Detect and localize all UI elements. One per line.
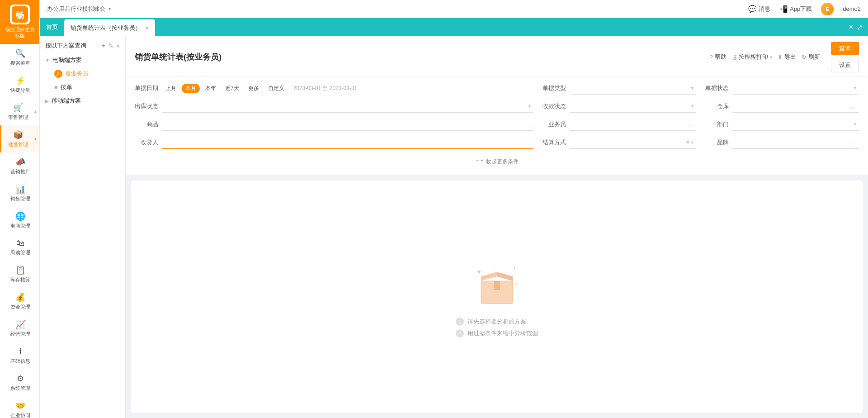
sidebar-item-finance[interactable]: 💰 资金管理 <box>0 288 39 315</box>
user-label[interactable]: demo2 <box>843 5 861 12</box>
sales-icon: 📊 <box>15 184 25 194</box>
logo-area[interactable]: 畅 畅捷通好生意 标版 <box>0 0 39 44</box>
svg-marker-4 <box>497 272 513 281</box>
app-download-icon: 📲 <box>779 5 788 13</box>
filter-item-docstatus: 单据状态 ▾ <box>705 82 859 95</box>
message-action[interactable]: 💬 消息 <box>748 5 770 13</box>
app-download-action[interactable]: 📲 App下载 <box>779 5 812 13</box>
svg-marker-3 <box>481 272 497 281</box>
filter-item-salesman: 业务员 … <box>542 118 696 131</box>
set-button[interactable]: 设置 <box>831 58 859 72</box>
ecommerce-icon: 🌐 <box>15 211 25 221</box>
warehouse-input[interactable]: … <box>732 100 859 113</box>
empty-state: ✦ ✦ ✦ ~ 1 请先选择要分析的方案 2 用过滤条件来缩小分析范围 <box>131 180 863 413</box>
sidebar-item-corp[interactable]: 🤝 企业协同 <box>0 396 39 418</box>
sidebar-item-retail[interactable]: 🛒 零售管理 ▲ <box>0 98 39 125</box>
sidebar-item-label: 系统管理 <box>10 385 30 392</box>
doc-status-label: 单据状态 <box>705 84 729 92</box>
window-maximize-button[interactable]: ⤢ <box>857 23 863 32</box>
collapse-panel-button[interactable]: « <box>116 42 120 49</box>
top-bar-actions: 💬 消息 📲 App下载 E demo2 <box>748 3 861 15</box>
help-action[interactable]: ? 帮助 <box>710 53 726 61</box>
collapse-row: ⌃⌃ 收起更多条件 <box>135 154 859 169</box>
refresh-action[interactable]: ↻ 刷新 <box>802 53 820 61</box>
date-btn-more[interactable]: 更多 <box>245 84 263 93</box>
main-area: 办公用品行业模拟账套 ▾ 💬 消息 📲 App下载 E demo2 首页 <box>40 0 868 418</box>
salesman-input[interactable]: … <box>570 118 696 131</box>
query-button[interactable]: 查询 <box>831 42 859 55</box>
date-btn-custom[interactable]: 自定义 <box>264 84 288 93</box>
sidebar-item-search[interactable]: 🔍 搜索菜单 <box>0 44 39 71</box>
message-icon: 💬 <box>748 5 757 13</box>
filter-row-4: 收货人 … 结算方式 × ▾ <box>135 136 859 149</box>
collapse-arrow-icon: ▲ <box>33 137 38 141</box>
doc-type-input[interactable]: ▾ <box>570 82 696 95</box>
sidebar-item-quicknav[interactable]: ⚡ 快捷导航 <box>0 71 39 98</box>
sidebar-item-label: 采购管理 <box>10 249 30 256</box>
filter-item-department: 部门 ▾ <box>705 118 859 131</box>
add-scheme-button[interactable]: + <box>101 42 105 50</box>
edit-scheme-button[interactable]: ✎ <box>108 42 113 49</box>
left-panel-title: 按以下方案查询 <box>45 42 86 50</box>
window-close-button[interactable]: × <box>849 23 853 31</box>
inventory-icon: 📋 <box>15 265 25 275</box>
app-title-text: 办公用品行业模拟账套 <box>47 5 106 13</box>
sidebar-item-marketing[interactable]: 📣 营销推广 <box>0 152 39 180</box>
goods-input[interactable]: … <box>162 118 533 131</box>
receiver-dots-icon: … <box>525 139 531 146</box>
date-filter: 上月 本月 本年 近7天 更多 自定义 2023-03-01 至 2023-03… <box>162 84 533 93</box>
settlement-label: 结算方式 <box>542 138 566 147</box>
tip-num-1: 1 <box>456 318 464 326</box>
sidebar-item-label: 基础信息 <box>10 358 30 365</box>
sidebar-item-operations[interactable]: 📈 经营管理 <box>0 315 39 342</box>
filter-item-receiver: 收货人 … <box>135 136 533 149</box>
expand-arrow-icon: ▲ <box>33 109 38 114</box>
sidebar-item-label: 营销推广 <box>10 168 30 175</box>
tree-parent-pc[interactable]: ▼ 电脑端方案 <box>40 53 125 67</box>
settlement-clear-icon[interactable]: × <box>686 139 689 146</box>
collapse-filter-button[interactable]: ⌃⌃ 收起更多条件 <box>470 156 524 167</box>
department-input[interactable]: ▾ <box>732 118 859 131</box>
tree-parent-mobile[interactable]: ▶ 移动端方案 <box>40 94 125 108</box>
tree-section-pc: ▼ 电脑端方案 人 按业务员 ≡ 按单 ▶ 移动端方案 <box>40 53 125 108</box>
tree-child-order[interactable]: ≡ 按单 <box>40 81 125 94</box>
tab-home[interactable]: 首页 <box>40 18 64 36</box>
svg-text:~: ~ <box>495 264 497 268</box>
date-btn-lastmonth[interactable]: 上月 <box>162 84 180 93</box>
brand-input[interactable]: … <box>732 136 859 149</box>
receiver-input[interactable]: … <box>162 136 533 149</box>
filter-item-warehouse: 仓库 … <box>705 100 859 113</box>
filter-row-2: 出库状态 ▾ 收款状态 ▾ <box>135 100 859 113</box>
settlement-input[interactable]: × ▾ <box>570 136 696 149</box>
date-btn-last7[interactable]: 近7天 <box>222 84 243 93</box>
tip-text-1: 请先选择要分析的方案 <box>467 318 526 326</box>
export-action[interactable]: ⬇ 导出 <box>778 53 796 61</box>
sidebar-item-sales[interactable]: 📊 销售管理 <box>0 180 39 207</box>
top-title-dropdown-icon[interactable]: ▾ <box>108 6 111 11</box>
date-btn-currentmonth[interactable]: 本月 <box>182 84 200 93</box>
tab-active[interactable]: 销货单统计表（按业务员） × <box>64 19 155 37</box>
date-btn-currentyear[interactable]: 本年 <box>202 84 220 93</box>
template-print-action[interactable]: 🖨 按模板打印 ▾ <box>732 53 772 61</box>
sidebar-item-basic[interactable]: ℹ 基础信息 <box>0 342 39 369</box>
filter-area: 单据日期 上月 本月 本年 近7天 更多 自定义 2023-03-01 至 20… <box>126 76 868 175</box>
app-download-label: App下载 <box>790 5 812 13</box>
home-tab-label: 首页 <box>46 23 58 31</box>
tree-expand-icon: ▼ <box>45 58 50 63</box>
sidebar-item-system[interactable]: ⚙ 系统管理 <box>0 369 39 396</box>
sidebar-item-ecommerce[interactable]: 🌐 电商管理 <box>0 207 39 234</box>
active-child-label: 按业务员 <box>65 70 89 78</box>
user-avatar[interactable]: E <box>821 3 834 15</box>
svg-text:畅: 畅 <box>16 11 24 20</box>
sidebar-item-inventory[interactable]: 📋 库存核算 <box>0 261 39 288</box>
department-label: 部门 <box>705 120 729 128</box>
page-title: 销货单统计表(按业务员) <box>135 52 222 62</box>
collect-status-input[interactable]: ▾ <box>570 100 696 113</box>
out-status-input[interactable]: ▾ <box>162 100 533 113</box>
doc-status-input[interactable]: ▾ <box>732 82 859 95</box>
sidebar-item-purchase[interactable]: 🛍 采购管理 <box>0 234 39 261</box>
tree-child-salesman[interactable]: 人 按业务员 <box>40 67 125 81</box>
tip-text-2: 用过滤条件来缩小分析范围 <box>467 329 538 337</box>
tab-close-icon[interactable]: × <box>146 25 149 31</box>
sidebar-item-wholesale[interactable]: 📦 批发管理 ▲ <box>0 125 39 152</box>
